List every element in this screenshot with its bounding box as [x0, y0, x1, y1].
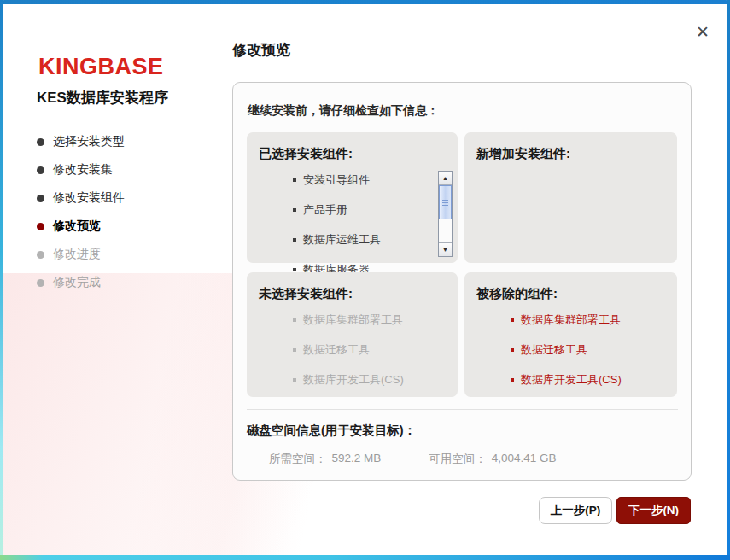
removed-components-box: 被移除的组件: 数据库集群部署工具 数据迁移工具 数据库开发工具(CS) [464, 272, 677, 397]
step-bullet-icon [37, 195, 44, 202]
selected-components-box: 已选择安装组件: 安装引导组件 产品手册 数据库运维工具 数据库服务器 ▲ ▼ [247, 132, 458, 263]
list-item-label: 数据库开发工具(CS) [521, 372, 622, 388]
step-bullet-icon [37, 279, 44, 287]
step-bullet-icon [37, 223, 44, 230]
list-item-label: 数据库开发工具(CS) [303, 372, 404, 388]
bullet-icon [293, 238, 296, 242]
list-item-label: 数据迁移工具 [303, 342, 370, 358]
list-item: 数据库开发工具(CS) [293, 372, 446, 388]
window-frame-left [0, 0, 3, 560]
unselected-components-title: 未选择安装组件: [259, 286, 446, 302]
list-item-label: 产品手册 [303, 202, 347, 218]
list-item-label: 安装引导组件 [303, 172, 370, 188]
bullet-icon [293, 208, 296, 212]
list-item: 数据库开发工具(CS) [511, 372, 665, 388]
available-space-value: 4,004.41 GB [492, 452, 557, 467]
unselected-components-list: 数据库集群部署工具 数据迁移工具 数据库开发工具(CS) [293, 312, 446, 388]
step-label: 修改安装组件 [53, 190, 125, 206]
list-item: 数据库运维工具 [293, 232, 446, 248]
bullet-icon [511, 378, 514, 382]
preview-panel: 继续安装前，请仔细检查如下信息： 已选择安装组件: 安装引导组件 产品手册 数据… [232, 82, 692, 481]
list-item-label: 数据库运维工具 [303, 232, 381, 248]
scrollbar[interactable]: ▲ ▼ [438, 171, 453, 257]
step-modify-components: 修改安装组件 [37, 190, 125, 207]
disk-space-values: 所需空间： 592.2 MB 可用空间： 4,004.41 GB [269, 452, 557, 467]
selected-components-list: 安装引导组件 产品手册 数据库运维工具 数据库服务器 [293, 172, 446, 277]
step-bullet-icon [37, 138, 44, 146]
window-frame-top [0, 0, 730, 4]
page-title: 修改预览 [232, 40, 290, 60]
scroll-down-icon[interactable]: ▼ [439, 242, 452, 256]
scrollbar-grip-icon [442, 200, 448, 206]
window-frame-bottom [0, 555, 730, 560]
step-modify-install-set: 修改安装集 [37, 161, 125, 178]
step-label: 修改预览 [53, 219, 101, 234]
removed-components-title: 被移除的组件: [476, 286, 665, 302]
bullet-icon [293, 318, 296, 322]
list-item: 数据库集群部署工具 [511, 312, 665, 328]
step-modify-complete: 修改完成 [37, 274, 125, 291]
added-components-title: 新增加安装组件: [476, 146, 665, 162]
scrollbar-thumb[interactable] [439, 185, 452, 219]
bullet-icon [293, 348, 296, 352]
bullet-icon [293, 178, 296, 182]
required-space-value: 592.2 MB [332, 452, 382, 467]
step-label: 选择安装类型 [53, 134, 125, 149]
previous-step-button[interactable]: 上一步(P) [539, 497, 612, 524]
list-item-label: 数据库集群部署工具 [521, 312, 621, 328]
step-bullet-icon [37, 166, 44, 174]
bullet-icon [511, 318, 514, 322]
required-space-label: 所需空间： [269, 452, 327, 467]
list-item: 安装引导组件 [293, 172, 446, 188]
window-frame-right [727, 0, 730, 560]
spacer [381, 452, 429, 467]
removed-components-list: 数据库集群部署工具 数据迁移工具 数据库开发工具(CS) [511, 312, 665, 388]
list-item: 数据迁移工具 [293, 342, 446, 358]
bullet-icon [293, 378, 296, 382]
step-select-install-type: 选择安装类型 [37, 133, 125, 150]
step-label: 修改安装集 [53, 162, 113, 178]
list-item: 数据迁移工具 [511, 342, 665, 358]
list-item-label: 数据库集群部署工具 [303, 312, 403, 328]
close-icon[interactable]: ✕ [692, 22, 713, 43]
list-item: 数据库集群部署工具 [293, 312, 446, 328]
step-bullet-icon [37, 251, 44, 259]
notice-text: 继续安装前，请仔细检查如下信息： [248, 103, 439, 119]
divider [247, 409, 678, 410]
disk-space-title: 磁盘空间信息(用于安装目标)： [247, 423, 416, 439]
installer-steps: 选择安装类型 修改安装集 修改安装组件 修改预览 修改进度 修改完成 [37, 133, 125, 302]
step-modify-preview: 修改预览 [37, 218, 125, 235]
list-item: 产品手册 [293, 202, 446, 218]
bullet-icon [511, 348, 514, 352]
unselected-components-box: 未选择安装组件: 数据库集群部署工具 数据迁移工具 数据库开发工具(CS) [247, 272, 458, 397]
scroll-up-icon[interactable]: ▲ [439, 172, 452, 185]
scrollbar-track[interactable] [439, 185, 452, 242]
app-title: KES数据库安装程序 [37, 88, 168, 108]
available-space-label: 可用空间： [429, 452, 487, 467]
step-label: 修改进度 [53, 247, 101, 262]
next-step-button[interactable]: 下一步(N) [616, 497, 691, 524]
bullet-icon [293, 268, 296, 271]
step-modify-progress: 修改进度 [37, 246, 125, 263]
kingbase-logo: KINGBASE [38, 54, 164, 80]
selected-components-title: 已选择安装组件: [259, 146, 446, 162]
step-label: 修改完成 [53, 275, 101, 290]
added-components-box: 新增加安装组件: [464, 132, 677, 263]
list-item-label: 数据迁移工具 [521, 342, 587, 358]
